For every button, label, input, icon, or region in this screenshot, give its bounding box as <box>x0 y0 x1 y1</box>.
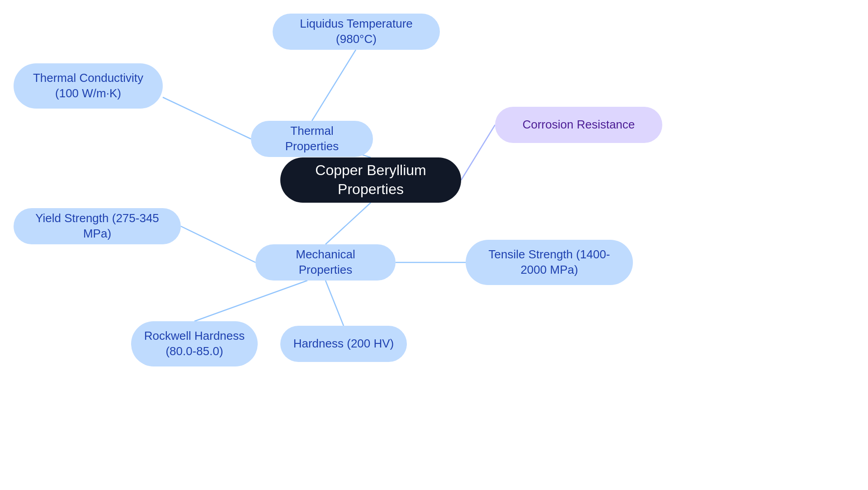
hardness-node: Hardness (200 HV) <box>280 326 407 362</box>
rockwell-hardness-node: Rockwell Hardness (80.0-85.0) <box>131 321 258 366</box>
mechanical-label: Mechanical Properties <box>268 247 383 278</box>
svg-line-5 <box>181 226 255 262</box>
corrosion-resistance-node: Corrosion Resistance <box>495 107 662 143</box>
rockwell-label: Rockwell Hardness (80.0-85.0) <box>144 328 245 359</box>
thermal-properties-node: Thermal Properties <box>251 121 373 157</box>
tensile-strength-node: Tensile Strength (1400-2000 MPa) <box>466 240 633 285</box>
svg-line-8 <box>326 281 344 326</box>
hardness-label: Hardness (200 HV) <box>293 336 394 352</box>
liquidus-label: Liquidus Temperature (980°C) <box>285 16 427 47</box>
center-node: Copper Beryllium Properties <box>280 157 461 203</box>
liquidus-temperature-node: Liquidus Temperature (980°C) <box>273 14 440 50</box>
svg-line-3 <box>461 125 495 180</box>
yield-label: Yield Strength (275-345 MPa) <box>26 211 168 242</box>
svg-line-4 <box>326 203 371 244</box>
svg-line-1 <box>312 50 356 121</box>
yield-strength-node: Yield Strength (275-345 MPa) <box>14 208 181 244</box>
svg-line-7 <box>194 281 307 321</box>
corrosion-label: Corrosion Resistance <box>523 117 635 133</box>
thermal-conductivity-node: Thermal Conductivity (100 W/m·K) <box>14 63 163 109</box>
svg-line-2 <box>163 97 251 139</box>
conductivity-label: Thermal Conductivity (100 W/m·K) <box>26 71 150 101</box>
mechanical-properties-node: Mechanical Properties <box>255 244 396 281</box>
thermal-label: Thermal Properties <box>264 124 360 154</box>
tensile-label: Tensile Strength (1400-2000 MPa) <box>478 247 620 278</box>
center-label: Copper Beryllium Properties <box>293 161 448 199</box>
